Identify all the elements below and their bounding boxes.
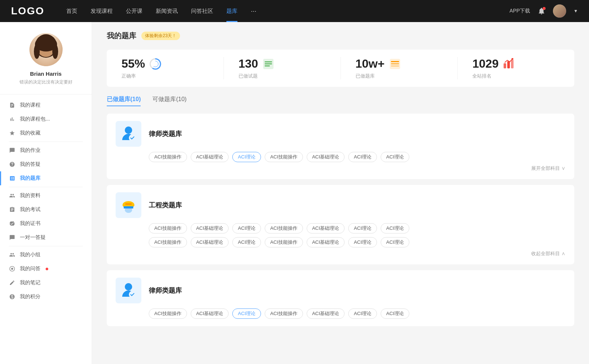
nav-question-bank[interactable]: 题库 [226,8,237,15]
tag-1-3[interactable]: ACI技能操作 [265,223,303,233]
bank-tags-engineer-row1: ACI技能操作 ACI基础理论 ACI理论 ACI技能操作 ACI基础理论 AC… [116,223,565,233]
sidebar-menu: 我的课程 我的课程包... 我的收藏 我的作业 [0,94,92,307]
app-download-button[interactable]: APP下载 [509,8,530,14]
tag-1-2[interactable]: ACI理论 [232,223,261,233]
stats-bar: 55% 正确率 130 [107,50,574,87]
bar-chart-icon [9,116,15,122]
sidebar-label-exam: 我的考试 [20,206,40,213]
file-icon [9,102,15,108]
tag-2-1[interactable]: ACI基础理论 [191,308,229,319]
tag-0-5[interactable]: ACI理论 [348,152,377,162]
badge-icon [9,220,15,227]
tag-0-4[interactable]: ACI基础理论 [307,152,345,162]
sidebar-item-one-on-one[interactable]: 一对一答疑 [0,231,92,245]
tab-available-banks[interactable]: 可做题库(10) [152,96,186,106]
stat-done-questions: 130 已做试题 [224,57,341,79]
tag-1-9[interactable]: ACI理论 [232,237,261,247]
nav-home[interactable]: 首页 [66,8,77,15]
sidebar-item-course[interactable]: 我的课程 [0,98,92,112]
tag-2-2-active[interactable]: ACI理论 [232,308,261,319]
logo: LOGO [11,5,44,17]
avatar-image [553,4,566,18]
bank-title-lawyer-2: 律师类题库 [149,286,182,295]
sidebar-item-certificate[interactable]: 我的证书 [0,217,92,231]
tag-1-1[interactable]: ACI基础理论 [191,223,229,233]
sidebar-item-favorites[interactable]: 我的收藏 [0,126,92,140]
bank-tags-engineer-row2: ACI技能操作 ACI基础理论 ACI理论 ACI技能操作 ACI基础理论 AC… [116,237,565,247]
tab-done-banks[interactable]: 已做题库(10) [107,96,141,106]
sidebar-item-my-qa[interactable]: 我的问答 [0,262,92,276]
tag-0-3[interactable]: ACI技能操作 [265,152,303,162]
svg-point-28 [125,207,132,213]
person-icon [9,192,15,199]
circle-dot-icon [9,265,15,272]
bank-tabs: 已做题库(10) 可做题库(10) [107,96,574,106]
page-header: 我的题库 体验剩余23天！ [107,31,574,41]
tag-1-6[interactable]: ACI理论 [381,223,409,233]
sidebar-item-homework[interactable]: 我的作业 [0,143,92,157]
table-icon [9,175,15,182]
tag-0-1[interactable]: ACI基础理论 [191,152,229,162]
sidebar-label-group: 我的小组 [20,251,40,258]
tag-0-2-active[interactable]: ACI理论 [232,152,261,162]
notification-bell[interactable] [537,7,546,15]
tag-2-4[interactable]: ACI基础理论 [307,308,345,319]
question-circle-icon [9,161,15,168]
engineer-bank-icon [116,192,141,218]
bank-card-engineer: 工程类题库 ACI技能操作 ACI基础理论 ACI理论 ACI技能操作 ACI基… [107,185,574,264]
sidebar-item-course-pkg[interactable]: 我的课程包... [0,112,92,126]
nav-news[interactable]: 新闻资讯 [156,8,178,15]
tag-2-5[interactable]: ACI理论 [348,308,377,319]
tag-1-11[interactable]: ACI基础理论 [307,237,345,247]
sidebar-label-certificate: 我的证书 [20,220,40,227]
stat-accuracy-label: 正确率 [121,73,136,79]
sidebar-label-my-qa: 我的问答 [20,265,40,272]
sidebar-item-profile[interactable]: 我的资料 [0,189,92,203]
sidebar: Brian Harris 错误的决定比没有决定要好 我的课程 我的课程包... [0,22,92,364]
nav-more-button[interactable]: ··· [251,7,256,15]
bank-footer-lawyer-1: 展开全部科目 ∨ [116,162,565,172]
sidebar-label-notes: 我的笔记 [20,279,40,286]
bank-header-lawyer-2: 律师类题库 [116,278,565,303]
tag-0-6[interactable]: ACI理论 [381,152,409,162]
sidebar-label-course: 我的课程 [20,102,40,108]
sidebar-item-qa[interactable]: 我的答疑 [0,157,92,171]
nav-qa[interactable]: 问答社区 [191,8,213,15]
nav-open-course[interactable]: 公开课 [126,8,142,15]
ranking-icon [502,57,515,71]
tag-2-3[interactable]: ACI技能操作 [265,308,303,319]
user-avatar[interactable] [553,4,566,18]
tag-1-13[interactable]: ACI理论 [381,237,409,247]
tag-1-7[interactable]: ACI技能操作 [149,237,187,247]
sidebar-item-notes[interactable]: 我的笔记 [0,276,92,290]
tag-1-12[interactable]: ACI理论 [348,237,377,247]
tag-2-6[interactable]: ACI理论 [381,308,409,319]
tag-0-0[interactable]: ACI技能操作 [149,152,187,162]
stat-accuracy-value: 55% [121,57,145,71]
tag-1-8[interactable]: ACI基础理论 [191,237,229,247]
sidebar-label-question-bank: 我的题库 [20,175,40,182]
stat-banks-value: 10w+ [356,57,385,71]
stat-banks-label: 已做题库 [356,73,375,79]
user-menu-chevron[interactable]: ▼ [574,8,578,14]
divider-2 [9,187,83,187]
star-icon [9,130,15,136]
sidebar-item-points[interactable]: 我的积分 [0,290,92,304]
tag-1-4[interactable]: ACI基础理论 [307,223,345,233]
nav-discover[interactable]: 发现课程 [91,8,113,15]
sidebar-item-exam[interactable]: 我的考试 [0,203,92,217]
tag-1-0[interactable]: ACI技能操作 [149,223,187,233]
collapse-link-engineer[interactable]: 收起全部科目 ∧ [531,250,565,257]
sidebar-item-group[interactable]: 我的小组 [0,248,92,262]
tag-1-10[interactable]: ACI技能操作 [265,237,303,247]
tag-1-5[interactable]: ACI理论 [348,223,377,233]
svg-rect-16 [391,63,399,64]
svg-rect-11 [265,61,272,63]
sidebar-item-question-bank[interactable]: 我的题库 [0,171,92,185]
sidebar-label-profile: 我的资料 [20,192,40,199]
tag-2-0[interactable]: ACI技能操作 [149,308,187,319]
svg-point-22 [125,126,132,134]
stat-done-label: 已做试题 [239,73,258,79]
expand-link-lawyer-1[interactable]: 展开全部科目 ∨ [531,165,565,172]
lawyer-bank-icon-2 [116,278,141,303]
